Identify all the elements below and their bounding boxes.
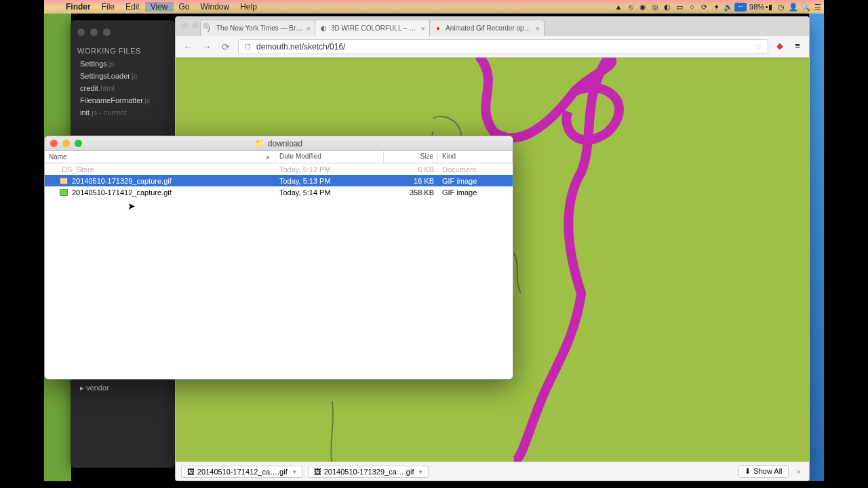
folder-icon: 📁: [255, 139, 264, 148]
cursor-icon: ➤: [127, 201, 136, 211]
favicon-icon: ◐: [319, 24, 328, 33]
sort-indicator-icon[interactable]: ▲: [265, 154, 271, 160]
notification-center-icon[interactable]: ☰: [812, 3, 824, 12]
editor-file[interactable]: SettingsLoader.js: [71, 70, 175, 82]
file-icon: 🖼: [187, 468, 195, 476]
back-button[interactable]: ←: [181, 41, 195, 52]
status-icon[interactable]: ⎋: [625, 3, 637, 11]
finder-file-list[interactable]: .DS_Store Today, 5:12 PM 6 KB Document 2…: [45, 163, 513, 198]
favicon-icon: ●: [434, 24, 442, 33]
menu-view[interactable]: View: [145, 2, 174, 12]
status-icon[interactable]: ▲: [612, 3, 625, 11]
finder-row[interactable]: .DS_Store Today, 5:12 PM 6 KB Document: [45, 163, 513, 175]
finder-column-headers[interactable]: Name▲ Date Modified Size Kind: [45, 151, 513, 163]
editor-folder[interactable]: ▸ vendor: [71, 382, 175, 394]
close-downloadbar-button[interactable]: ×: [794, 468, 804, 476]
menu-edit[interactable]: Edit: [120, 2, 145, 12]
finder-title: 📁download: [45, 139, 513, 148]
browser-tab[interactable]: ●Animated Gif Recorder op…×: [429, 20, 545, 36]
download-bar: 🖼20140510-171412_ca….gif▾ 🖼20140510-1713…: [176, 462, 809, 481]
status-icon[interactable]: ◎: [649, 3, 661, 12]
gif-file-icon: [60, 178, 68, 184]
desktop-bg-right: [809, 14, 824, 481]
editor-file[interactable]: FilenameFormatter.js: [71, 94, 175, 106]
hamburger-menu-icon[interactable]: ≡: [791, 41, 804, 53]
close-icon[interactable]: ×: [421, 24, 425, 33]
editor-file[interactable]: init.js - current: [71, 106, 175, 119]
editor-traffic-lights[interactable]: [71, 20, 175, 44]
close-icon[interactable]: ×: [536, 24, 540, 33]
volume-icon[interactable]: 🔊: [722, 3, 734, 12]
chevron-down-icon[interactable]: ▾: [293, 468, 296, 475]
close-icon[interactable]: ×: [307, 24, 311, 33]
spotlight-icon[interactable]: 🔍: [800, 3, 812, 12]
browser-tab[interactable]: )The New York Times — Br…×: [200, 20, 315, 36]
gif-file-icon: [60, 189, 68, 196]
browser-tab[interactable]: ◐3D WIRE COLORFULL – de…×: [315, 20, 430, 36]
browser-tabstrip: )The New York Times — Br…× ◐3D WIRE COLO…: [176, 17, 809, 36]
status-icon[interactable]: ○: [686, 3, 698, 11]
menu-file[interactable]: File: [96, 2, 120, 12]
menu-help[interactable]: Help: [235, 2, 262, 12]
status-icon[interactable]: ⟳: [698, 3, 710, 12]
user-icon[interactable]: 👤: [787, 3, 800, 12]
battery-indicator[interactable]: 98%▪▮: [747, 3, 775, 12]
browser-addressbar: ← → ⟳ 🗋demouth.net/sketch/016/☆ ◆ ≡: [176, 36, 809, 58]
reload-button[interactable]: ⟳: [219, 41, 233, 52]
clock-icon[interactable]: ◷: [775, 3, 787, 12]
finder-window: 📁download Name▲ Date Modified Size Kind …: [44, 136, 513, 380]
forward-button[interactable]: →: [200, 41, 214, 52]
menu-go[interactable]: Go: [174, 2, 195, 12]
file-icon: 🖼: [314, 468, 321, 476]
bluetooth-icon[interactable]: ⵈ: [734, 3, 747, 12]
finder-row[interactable]: 20140510-171412_capture.gif Today, 5:14 …: [45, 186, 513, 198]
editor-section: Working Files: [71, 44, 175, 58]
menubar-app-name[interactable]: Finder: [60, 2, 96, 12]
extension-icon[interactable]: ◆: [774, 41, 786, 53]
download-item[interactable]: 🖼20140510-171329_ca….gif▾: [308, 466, 429, 478]
url-input[interactable]: 🗋demouth.net/sketch/016/☆: [238, 39, 768, 54]
finder-row-selected[interactable]: 20140510-171329_capture.gif Today, 5:13 …: [45, 175, 513, 186]
star-icon[interactable]: ☆: [755, 42, 762, 52]
finder-titlebar[interactable]: 📁download: [45, 136, 513, 151]
menu-window[interactable]: Window: [195, 2, 235, 12]
show-all-downloads-button[interactable]: ⬇Show All: [738, 465, 788, 478]
chevron-down-icon[interactable]: ▾: [419, 468, 422, 475]
status-icon[interactable]: ✦: [710, 3, 722, 12]
status-icon[interactable]: ▭: [673, 3, 686, 12]
download-item[interactable]: 🖼20140510-171412_ca….gif▾: [181, 466, 302, 478]
editor-file[interactable]: Settings.js: [71, 58, 175, 70]
status-icon[interactable]: ◐: [661, 3, 673, 12]
browser-traffic-lights[interactable]: [181, 22, 210, 29]
status-icon[interactable]: ◉: [637, 3, 649, 12]
menubar: Finder File Edit View Go Window Help ▲ ⎋…: [44, 0, 824, 14]
editor-file[interactable]: credit.html: [71, 82, 175, 94]
